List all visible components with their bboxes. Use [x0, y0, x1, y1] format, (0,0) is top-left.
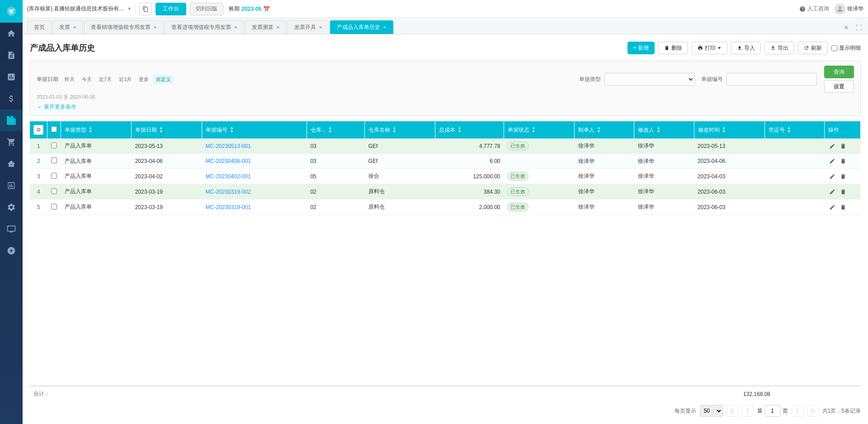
shortcut-1month[interactable]: 近1月 — [116, 75, 134, 84]
tab-issue-close[interactable]: ✕ — [319, 25, 322, 30]
tab-home[interactable]: 首页 — [27, 20, 52, 34]
history-button[interactable]: 切到旧版 — [190, 3, 223, 15]
next-page-button[interactable]: ⟩ — [792, 405, 803, 417]
per-page-select[interactable]: 50 20 100 — [700, 405, 723, 417]
row-delete-icon[interactable] — [839, 172, 847, 181]
sort-status-icon[interactable]: ▲▼ — [532, 126, 535, 133]
row-edit-icon[interactable] — [828, 157, 836, 165]
shortcut-today[interactable]: 今天 — [79, 75, 94, 84]
sort-wh-code-icon[interactable]: ▲▼ — [328, 126, 332, 133]
sort-cost-icon[interactable]: ▲▼ — [458, 126, 462, 133]
row-num: 2 — [30, 154, 47, 169]
sidebar-item-inventory[interactable] — [0, 110, 23, 131]
sidebar-item-media[interactable] — [0, 218, 23, 240]
row-checkbox[interactable] — [51, 157, 57, 163]
tab-input-invoice-close[interactable]: ✕ — [234, 25, 237, 30]
row-delete-icon[interactable] — [839, 157, 847, 165]
copy-button[interactable] — [139, 3, 152, 15]
row-wh-name: 原料仓 — [365, 200, 435, 215]
col-wh-name: 仓库名称 ▲▼ — [365, 121, 435, 138]
tab-calc[interactable]: 发票测算 ✕ — [245, 20, 287, 34]
prev-page-button[interactable]: ⟨ — [742, 405, 754, 417]
row-number-link[interactable]: MC-20230402-001 — [206, 173, 251, 180]
row-actions — [825, 138, 861, 154]
row-number-link[interactable]: MC-20230406-001 — [206, 158, 251, 164]
sidebar-item-home[interactable] — [0, 23, 23, 44]
row-number-link[interactable]: MC-20230513-001 — [206, 143, 251, 149]
sidebar-item-report[interactable] — [0, 175, 23, 196]
delete-button[interactable]: 删除 — [658, 42, 688, 54]
user-menu[interactable]: 徐泽华 — [835, 4, 863, 14]
sort-creator-icon[interactable]: ▲▼ — [597, 126, 600, 133]
tab-sales-invoice-close[interactable]: ✕ — [153, 25, 157, 30]
sort-wh-name-icon[interactable]: ▲▼ — [392, 126, 396, 133]
column-settings-button[interactable]: ⚙ — [33, 125, 43, 135]
sort-date-icon[interactable]: ▲▼ — [159, 126, 163, 133]
row-edit-icon[interactable] — [828, 188, 836, 196]
tab-input-invoice[interactable]: 查看进项增值税专用发票 ✕ — [165, 20, 244, 34]
support-button[interactable]: 人工咨询 — [799, 5, 829, 13]
sidebar-item-warehouse[interactable] — [0, 153, 23, 175]
shortcut-7days[interactable]: 近7天 — [96, 75, 114, 84]
select-all-checkbox[interactable] — [51, 126, 57, 132]
sidebar-item-purchase[interactable] — [0, 131, 23, 153]
sidebar-item-analytics[interactable] — [0, 66, 23, 88]
row-wh-code: 03 — [307, 154, 364, 169]
tab-stock-history[interactable]: 产成品入库单历史 ✕ — [330, 20, 393, 34]
row-delete-icon[interactable] — [839, 203, 847, 211]
row-number-link[interactable]: MC-20230319-001 — [206, 204, 251, 210]
row-checkbox[interactable] — [51, 143, 57, 148]
row-edit-icon[interactable] — [828, 142, 836, 150]
sort-type-icon[interactable]: ▲▼ — [89, 126, 92, 133]
row-delete-icon[interactable] — [839, 142, 847, 150]
col-creator: 制单人 ▲▼ — [575, 121, 634, 138]
period-calendar-icon[interactable]: 📅 — [263, 6, 270, 12]
shortcut-custom[interactable]: 自定义 — [153, 75, 174, 84]
row-checkbox[interactable] — [51, 173, 57, 179]
tab-invoice[interactable]: 发票 ✕ — [52, 20, 83, 34]
tab-calc-label: 发票测算 — [252, 24, 274, 31]
type-filter-select[interactable] — [604, 73, 695, 86]
tab-stock-history-close[interactable]: ✕ — [383, 25, 387, 30]
company-dropdown-icon[interactable]: ▼ — [127, 6, 132, 11]
new-button[interactable]: + 新增 — [627, 42, 655, 54]
row-edit-icon[interactable] — [828, 172, 836, 181]
sort-number-icon[interactable]: ▲▼ — [230, 126, 234, 133]
page-number-input[interactable] — [764, 405, 781, 417]
tab-maximize[interactable]: ⛶ — [854, 23, 863, 32]
sidebar-item-version[interactable] — [0, 240, 23, 262]
workbench-button[interactable]: 工作台 — [156, 3, 186, 15]
sort-voucher-icon[interactable]: ▲▼ — [787, 126, 791, 133]
tab-invoice-close[interactable]: ✕ — [73, 25, 76, 30]
row-number-link[interactable]: MC-20230319-002 — [206, 189, 251, 195]
row-edit-icon[interactable] — [828, 203, 836, 211]
tab-issue[interactable]: 发票开具 ✕ — [288, 20, 329, 34]
row-wh-name: 原料仓 — [365, 184, 435, 200]
sidebar-item-finance[interactable] — [0, 88, 23, 110]
query-button[interactable]: 查询 — [824, 66, 854, 78]
reset-button[interactable]: 设置 — [824, 80, 854, 93]
tab-close-all[interactable]: ✕ — [842, 23, 851, 32]
number-filter-input[interactable] — [726, 73, 817, 86]
import-button[interactable]: 导入 — [731, 42, 761, 54]
export-button[interactable]: 导出 — [764, 42, 794, 54]
sidebar-item-settings[interactable] — [0, 196, 23, 218]
print-button[interactable]: 打印 ▼ — [692, 42, 727, 54]
last-page-button[interactable]: ⟩⟩ — [807, 405, 819, 417]
sort-modify-time-icon[interactable]: ▲▼ — [722, 126, 726, 133]
first-page-button[interactable]: ⟨⟨ — [726, 405, 738, 417]
tab-calc-close[interactable]: ✕ — [276, 25, 280, 30]
shortcut-yesterday[interactable]: 昨天 — [62, 75, 77, 84]
sidebar-item-docs[interactable] — [0, 44, 23, 66]
expand-more-button[interactable]: 展开更多条件 — [37, 103, 854, 111]
tab-sales-invoice[interactable]: 查看销项增值税专用发票 ✕ — [84, 20, 164, 34]
sort-modifier-icon[interactable]: ▲▼ — [657, 126, 660, 133]
content-area: 产成品入库单历史 + 新增 删除 打印 ▼ 导入 导出 — [23, 34, 868, 424]
row-delete-icon[interactable] — [839, 188, 847, 196]
row-checkbox[interactable] — [51, 204, 57, 210]
display-detail-checkbox[interactable]: 显示明细 — [831, 44, 861, 52]
row-date: 2023-04-06 — [132, 154, 202, 169]
refresh-button[interactable]: 刷新 — [798, 42, 828, 54]
row-checkbox[interactable] — [51, 188, 57, 194]
shortcut-more[interactable]: 更多 — [136, 75, 151, 84]
